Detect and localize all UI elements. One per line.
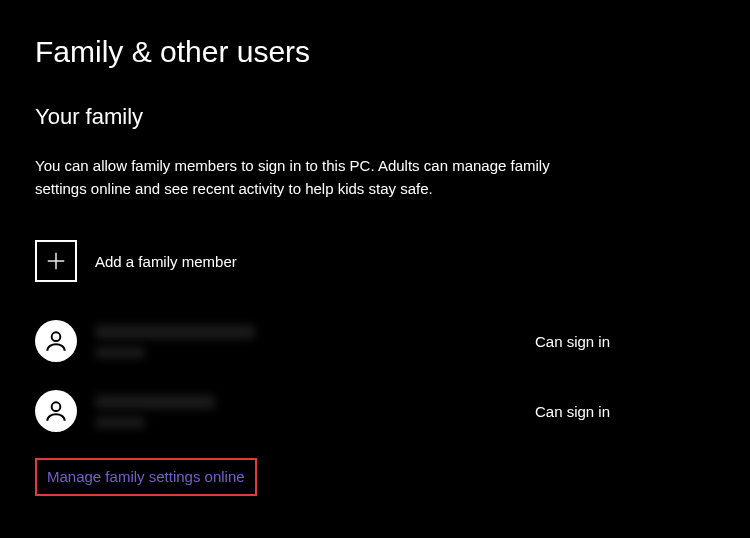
family-member-name-redacted: [95, 325, 255, 339]
page-title: Family & other users: [35, 35, 715, 69]
manage-family-settings-link[interactable]: Manage family settings online: [47, 468, 245, 485]
family-member-info: [95, 325, 535, 358]
family-member-status: Can sign in: [535, 403, 715, 420]
family-member-row[interactable]: Can sign in: [35, 312, 715, 370]
plus-icon: [35, 240, 77, 282]
add-family-member-label: Add a family member: [95, 253, 237, 270]
add-family-member-button[interactable]: Add a family member: [35, 240, 715, 282]
manage-family-settings-link-highlight: Manage family settings online: [35, 458, 257, 496]
family-member-row[interactable]: Can sign in: [35, 382, 715, 440]
family-member-sub-redacted: [95, 347, 145, 358]
family-member-name-redacted: [95, 395, 215, 409]
family-member-status: Can sign in: [535, 333, 715, 350]
family-member-sub-redacted: [95, 417, 145, 428]
svg-point-2: [52, 332, 61, 341]
person-icon: [35, 320, 77, 362]
person-icon: [35, 390, 77, 432]
your-family-description: You can allow family members to sign in …: [35, 155, 585, 200]
family-member-info: [95, 395, 535, 428]
your-family-heading: Your family: [35, 104, 715, 130]
svg-point-3: [52, 402, 61, 411]
